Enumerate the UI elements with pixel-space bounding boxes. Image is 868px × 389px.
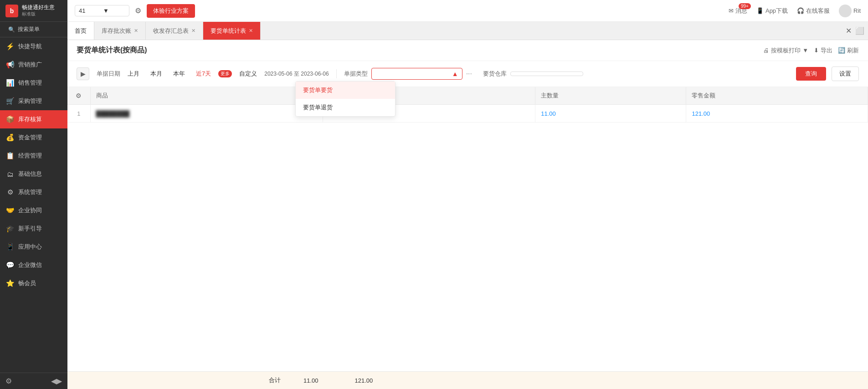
date-btn-custom[interactable]: 自定义 [236, 68, 261, 80]
export-label: 导出 [821, 46, 832, 55]
more-date-badge[interactable]: 更多 [218, 70, 232, 77]
sidebar-item-operations[interactable]: 📋 经营管理 [0, 147, 67, 165]
tab-demand-stat-close[interactable]: ✕ [249, 28, 253, 34]
page-actions: 🖨 按模板打印 ▼ ⬇ 导出 🔄 刷新 [763, 46, 859, 55]
filter-toggle[interactable]: ▶ [77, 67, 89, 80]
sidebar-item-system[interactable]: ⚙ 系统管理 [0, 183, 67, 201]
app-download-icon: 📱 [756, 7, 764, 14]
trial-btn[interactable]: 体验行业方案 [147, 4, 195, 18]
sidebar-logo: b 畅捷通好生意 标准版 [0, 0, 67, 22]
date-btn-7days[interactable]: 近7天 [192, 68, 215, 80]
header-settings-icon[interactable]: ⚙ [135, 6, 141, 15]
tab-inventory-batch-close[interactable]: ✕ [134, 28, 138, 34]
tab-expand[interactable]: ⬜ [855, 26, 864, 35]
collapse-icon[interactable]: ◀▶ [51, 377, 62, 385]
footer-label: 合计 [269, 376, 281, 384]
page-title: 要货单统计表(按商品) [77, 46, 147, 55]
online-service-label: 在线客服 [806, 7, 830, 15]
member-icon: ⭐ [5, 279, 15, 288]
search-icon: 🔍 [8, 26, 15, 33]
type-selector[interactable]: ▲ [371, 68, 462, 80]
row-amount-link[interactable]: 121.00 [692, 110, 710, 117]
sidebar-label-member: 畅会员 [18, 279, 36, 287]
user-avatar[interactable]: Rit [839, 5, 861, 17]
message-badge: 99+ [739, 3, 751, 9]
filter-bar: ▶ 单据日期 上月 本月 本年 近7天 更多 自定义 2023-05-06 至 … [67, 61, 868, 87]
type-dropdown: 要货单要货 要货单退货 [295, 81, 395, 117]
refresh-label: 刷新 [847, 46, 859, 55]
col-settings[interactable]: ⚙ [67, 87, 90, 105]
date-btn-this-year[interactable]: 本年 [169, 68, 189, 80]
type-filter-group: 单据类型 ▲ ··· 要货仓库 [344, 68, 789, 80]
print-dropdown-icon: ▼ [802, 47, 808, 54]
print-btn[interactable]: 🖨 按模板打印 ▼ [763, 46, 808, 55]
sidebar-label-quick-nav: 快捷导航 [18, 42, 42, 51]
dropdown-item-purchase-order[interactable]: 要货单要货 [296, 82, 395, 99]
guide-icon: 🎓 [5, 224, 15, 233]
date-btn-last-month[interactable]: 上月 [124, 68, 143, 80]
store-dropdown-icon: ▼ [103, 7, 125, 14]
row-quantity-link[interactable]: 11.00 [541, 110, 556, 117]
tab-demand-stat[interactable]: 要货单统计表 ✕ [203, 22, 261, 40]
sidebar-label-app-center: 应用中心 [18, 243, 42, 251]
tab-close-all[interactable]: ✕ [846, 26, 852, 35]
page-header: 要货单统计表(按商品) 🖨 按模板打印 ▼ ⬇ 导出 🔄 刷新 [67, 40, 868, 61]
sidebar-label-basic-info: 基础信息 [18, 170, 42, 178]
sidebar-item-inventory[interactable]: 📦 库存核算 [0, 110, 67, 128]
row-amount: 121.00 [686, 105, 868, 123]
export-btn[interactable]: ⬇ 导出 [814, 46, 832, 55]
col-settings-icon[interactable]: ⚙ [76, 92, 82, 99]
date-btn-this-month[interactable]: 本月 [147, 68, 166, 80]
sidebar-label-finance: 资金管理 [18, 133, 42, 142]
dropdown-item-purchase-return[interactable]: 要货单退货 [296, 99, 395, 116]
app-download-btn[interactable]: 📱 App下载 [756, 7, 788, 15]
sidebar-item-quick-nav[interactable]: ⚡ 快捷导航 [0, 37, 67, 56]
tab-receive-summary-close[interactable]: ✕ [191, 28, 195, 34]
tab-home[interactable]: 首页 [67, 22, 94, 40]
store-name: 41 [79, 7, 101, 14]
tab-inventory-batch[interactable]: 库存批次账 ✕ [94, 22, 146, 40]
online-service-btn[interactable]: 🎧 在线客服 [797, 7, 830, 15]
row-quantity: 11.00 [535, 105, 686, 123]
sidebar-item-wechat[interactable]: 💬 企业微信 [0, 256, 67, 274]
footer-quantity: 11.00 [303, 377, 318, 384]
marketing-icon: 📢 [5, 60, 15, 69]
sales-icon: 📊 [5, 78, 15, 87]
main-area: 41 ▼ ⚙ 体验行业方案 ✉ 消息 99+ 📱 App下载 🎧 在线客服 R [67, 0, 868, 389]
sidebar-label-guide: 新手引导 [18, 225, 42, 233]
type-dropdown-arrow: ▲ [452, 70, 458, 77]
sidebar-item-purchase[interactable]: 🛒 采购管理 [0, 92, 67, 110]
refresh-btn[interactable]: 🔄 刷新 [838, 46, 859, 55]
tab-demand-stat-label: 要货单统计表 [211, 27, 246, 35]
sidebar-item-basic-info[interactable]: 🗂 基础信息 [0, 165, 67, 183]
col-quantity: 主数量 [535, 87, 686, 105]
sidebar-item-marketing[interactable]: 📢 营销推广 [0, 56, 67, 74]
filter-more-icon[interactable]: ··· [466, 70, 472, 78]
search-label: 搜索菜单 [18, 26, 40, 33]
date-filter-group: 单据日期 上月 本月 本年 近7天 更多 自定义 2023-05-06 至 20… [97, 68, 329, 80]
sidebar-item-app-center[interactable]: 📱 应用中心 [0, 238, 67, 256]
tab-receive-summary[interactable]: 收发存汇总表 ✕ [146, 22, 203, 40]
sidebar-item-finance[interactable]: 💰 资金管理 [0, 128, 67, 147]
avatar-img [839, 5, 852, 17]
sidebar-item-guide[interactable]: 🎓 新手引导 [0, 220, 67, 238]
warehouse-selector[interactable] [510, 72, 583, 76]
inventory-icon: 📦 [5, 115, 15, 124]
message-btn[interactable]: ✉ 消息 99+ [729, 7, 747, 15]
query-btn[interactable]: 查询 [796, 67, 826, 81]
operations-icon: 📋 [5, 151, 15, 160]
footer-amount: 121.00 [355, 377, 373, 384]
set-btn[interactable]: 设置 [832, 67, 859, 81]
search-menu[interactable]: 🔍 搜索菜单 [0, 22, 67, 37]
refresh-icon: 🔄 [838, 47, 845, 54]
page-content: 要货单统计表(按商品) 🖨 按模板打印 ▼ ⬇ 导出 🔄 刷新 ▶ [67, 40, 868, 371]
sidebar-label-purchase: 采购管理 [18, 97, 42, 105]
purchase-icon: 🛒 [5, 97, 15, 106]
sidebar-item-sales[interactable]: 📊 销售管理 [0, 74, 67, 92]
settings-icon[interactable]: ⚙ [5, 377, 12, 385]
sidebar-item-enterprise[interactable]: 🤝 企业协同 [0, 201, 67, 220]
store-selector[interactable]: 41 ▼ [75, 5, 129, 16]
sidebar-item-member[interactable]: ⭐ 畅会员 [0, 274, 67, 292]
sidebar-label-operations: 经营管理 [18, 152, 42, 160]
sidebar-label-sales: 销售管理 [18, 79, 42, 87]
